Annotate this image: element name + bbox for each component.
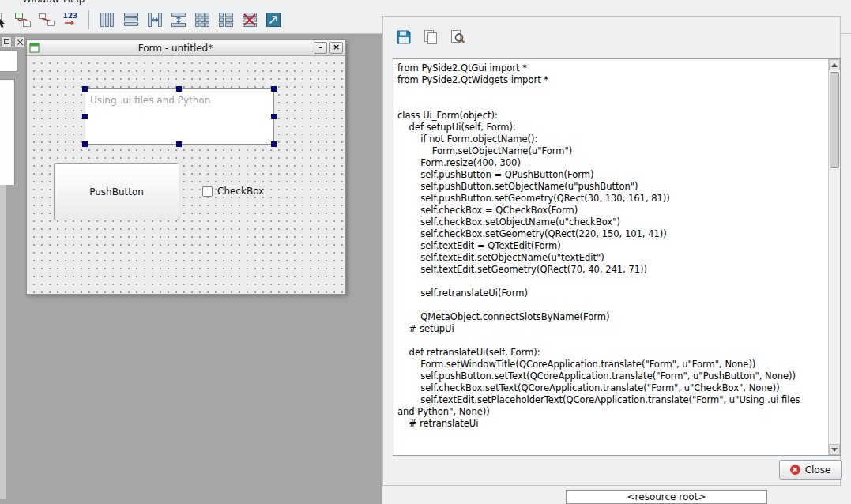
form-designer-window: Form - untitled* - × Using .ui files and… bbox=[26, 39, 346, 295]
form-window-title: Form - untitled* bbox=[40, 43, 311, 54]
checkbox-indicator-icon[interactable] bbox=[202, 186, 213, 197]
view-code-dialog: from PySide2.QtGui import * from PySide2… bbox=[382, 16, 841, 486]
layout-in-grid-icon bbox=[194, 11, 211, 28]
menu-help[interactable]: Help bbox=[63, 0, 85, 5]
layout-vertically-button[interactable] bbox=[119, 9, 143, 31]
close-circle-icon bbox=[790, 465, 800, 475]
selection-handle[interactable] bbox=[271, 141, 277, 147]
edit-buddies-icon bbox=[38, 11, 55, 28]
layout-in-form-icon bbox=[217, 11, 235, 28]
layout-horizontally-in-splitter-button[interactable] bbox=[143, 9, 167, 31]
checkbox-widget[interactable]: CheckBox bbox=[202, 185, 264, 197]
copy-icon bbox=[422, 28, 439, 46]
form-minimize-button[interactable]: - bbox=[314, 42, 327, 54]
save-icon bbox=[395, 28, 412, 46]
layout-horizontally-button[interactable] bbox=[96, 9, 119, 31]
layout-horizontally-icon bbox=[99, 11, 116, 28]
edit-signals-slots-button[interactable] bbox=[11, 9, 35, 31]
layout-vertically-icon bbox=[122, 11, 140, 28]
checkbox-label: CheckBox bbox=[217, 186, 264, 197]
selection-handle[interactable] bbox=[176, 86, 182, 92]
find-icon bbox=[449, 28, 466, 46]
widgetbox-filter-remnant[interactable] bbox=[0, 50, 17, 72]
form-window-titlebar[interactable]: Form - untitled* - × bbox=[27, 40, 345, 56]
edit-tab-order-button[interactable]: 123 bbox=[58, 9, 82, 31]
selection-handle[interactable] bbox=[82, 114, 88, 119]
edit-widgets-icon bbox=[0, 11, 8, 28]
selection-handle[interactable] bbox=[82, 86, 88, 92]
pushbutton-widget[interactable]: PushButton bbox=[54, 163, 179, 220]
layout-vertically-in-splitter-icon bbox=[170, 11, 187, 28]
adjust-size-icon bbox=[265, 11, 282, 28]
left-panel-edge bbox=[0, 185, 6, 499]
code-dialog-toolbar bbox=[393, 26, 469, 48]
find-button[interactable] bbox=[446, 26, 469, 48]
close-button-label: Close bbox=[805, 465, 831, 476]
resource-root-item[interactable]: <resource root> bbox=[566, 490, 767, 504]
arrow-down-icon bbox=[831, 448, 838, 452]
scrollbar-thumb[interactable] bbox=[830, 72, 839, 168]
selection-handle[interactable] bbox=[176, 141, 182, 147]
save-button[interactable] bbox=[393, 26, 415, 48]
layout-in-form-button[interactable] bbox=[214, 9, 238, 31]
menu-window[interactable]: Window bbox=[22, 0, 59, 5]
edit-tab-order-icon: 123 bbox=[63, 13, 78, 20]
scroll-down-button[interactable] bbox=[829, 444, 840, 455]
textedit-widget[interactable]: Using .ui files and Python bbox=[85, 88, 274, 145]
scroll-up-button[interactable] bbox=[829, 59, 840, 70]
break-layout-button[interactable] bbox=[238, 9, 262, 31]
qt-designer-screen: Window Help 123 bbox=[0, 0, 851, 504]
dock-titlebar-controls bbox=[1, 36, 25, 47]
widgetbox-list-remnant[interactable] bbox=[0, 79, 15, 185]
layout-vertically-in-splitter-button[interactable] bbox=[167, 9, 190, 31]
toolbar-separator bbox=[88, 10, 89, 29]
edit-signals-slots-icon bbox=[14, 11, 32, 28]
form-window-icon bbox=[29, 43, 40, 53]
dock-close-button[interactable] bbox=[14, 36, 25, 47]
edit-buddies-button[interactable] bbox=[35, 9, 58, 31]
dock-float-button[interactable] bbox=[1, 36, 12, 47]
copy-button[interactable] bbox=[420, 26, 442, 48]
tab-order-arrow-icon bbox=[64, 20, 77, 26]
menubar: Window Help bbox=[0, 0, 851, 6]
arrow-up-icon bbox=[831, 63, 838, 67]
layout-in-grid-button[interactable] bbox=[190, 9, 214, 31]
form-canvas[interactable]: Using .ui files and Python PushButton Ch… bbox=[27, 56, 345, 294]
selection-handle[interactable] bbox=[271, 114, 277, 119]
selection-handle[interactable] bbox=[271, 86, 277, 92]
code-editor[interactable]: from PySide2.QtGui import * from PySide2… bbox=[393, 58, 841, 456]
float-icon bbox=[4, 39, 9, 44]
adjust-size-button[interactable] bbox=[262, 9, 285, 31]
form-close-button[interactable]: × bbox=[329, 42, 343, 54]
dialog-close-button[interactable]: Close bbox=[779, 460, 842, 480]
edit-widgets-button[interactable] bbox=[0, 9, 11, 31]
break-layout-icon bbox=[241, 11, 258, 28]
close-icon bbox=[17, 39, 23, 45]
generated-code-text: from PySide2.QtGui import * from PySide2… bbox=[397, 62, 826, 430]
textedit-placeholder: Using .ui files and Python bbox=[90, 95, 210, 106]
selection-handle[interactable] bbox=[82, 141, 88, 147]
vertical-scrollbar[interactable] bbox=[828, 59, 840, 455]
layout-horizontally-in-splitter-icon bbox=[146, 11, 164, 28]
